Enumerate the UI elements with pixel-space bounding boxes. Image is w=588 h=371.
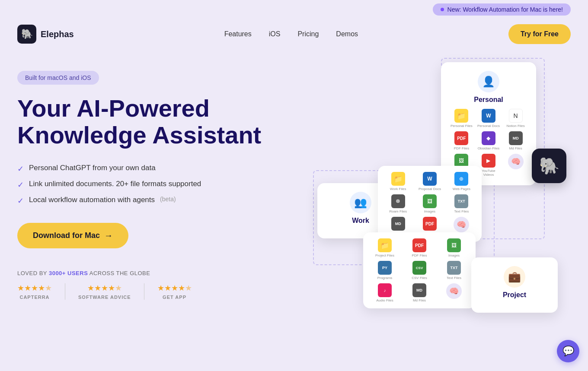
logo-icon: 🐘 [17,25,36,44]
nav-features[interactable]: Features [224,30,252,38]
file-label: Notion Files [507,124,525,128]
logo-text: Elephas [41,29,74,39]
file-label: Text Files [447,276,461,280]
file-label: Audio Files [376,298,393,302]
file-label: Work Files [390,187,406,191]
file-label: Personal Docs [477,124,500,128]
feature-text-3: Local workflow automation with agents [29,196,155,204]
file-item: 🧠 [504,154,527,177]
file-item: ⊕ Web Pages [447,172,476,191]
file-label: Web Pages [453,187,470,191]
project-icon: 💼 [504,266,525,288]
nav-pricing[interactable]: Pricing [297,30,319,38]
project-label: Project [503,291,526,299]
md-icon: MD [509,131,523,145]
md-icon: MD [412,283,426,297]
project-file-grid: 📁 Project Files PDF PDF Files 🖼 Images P… [369,238,470,302]
capterra-label: CAPTERRA [19,295,49,300]
hero-section: Built for macOS and iOS Your AI-Powered … [0,49,588,343]
users-count: 3000+ USERS [49,270,88,276]
hero-title: Your AI-Powered Knowledge Assistant [17,95,322,148]
work-file-grid: 📁 Work Files W Proposal Docs ⊕ Web Pages… [384,172,476,236]
obsidian-icon: ◆ [482,131,495,145]
personal-label: Personal [474,96,503,104]
feature-item-1: ✓ Personal ChatGPT from your own data [17,164,322,174]
file-label: Project Files [375,254,394,257]
hero-title-line2: Knowledge Assistant [17,121,261,149]
rating-software-advice: ★★★★★ SOFTWARE ADVICE [65,283,144,300]
folder-icon: 📁 [454,109,468,123]
work-icon: 👥 [350,192,371,213]
beta-tag: (beta) [160,196,176,203]
announcement-pill[interactable]: New: Workflow Automation for Mac is here… [433,3,571,16]
file-item: PY Programs [369,261,400,280]
chat-widget[interactable]: 💬 [557,340,579,362]
file-label: Text Files [454,209,469,213]
brain-icon: 🧠 [446,283,462,299]
file-item: MD Md Files [404,283,435,302]
feature-item-3: ✓ Local workflow automation with agents … [17,196,322,206]
app-icon: 🐘 [532,149,566,183]
csv-icon: CSV [412,261,426,275]
file-item: W Personal Docs [477,109,501,128]
file-label: Roam Files [389,209,406,213]
pdf-icon: PDF [412,238,426,252]
brain-icon: 🧠 [508,154,524,169]
file-item: ♪ Audio Files [369,283,400,302]
file-item: 📁 Project Files [369,238,400,257]
work-label: Work [352,217,369,225]
file-item: 📁 Personal Files [450,109,473,128]
hero-illustration: 👤 Personal 📁 Personal Files W Personal D… [322,62,571,321]
yt-icon: ▶ [482,154,495,168]
pdf-icon: PDF [454,131,468,145]
feature-text-1: Personal ChatGPT from your own data [29,164,156,172]
download-mac-label: Download for Mac [33,231,100,240]
file-item: PDF PDF Files [404,238,435,257]
notion-icon: N [509,109,523,123]
file-label: CSV Files [412,276,427,280]
file-item: TXT Text Files [447,194,476,213]
feature-list: ✓ Personal ChatGPT from your own data ✓ … [17,164,322,206]
loved-prefix: LOVED BY [17,270,47,276]
file-label: PDF Files [412,254,427,257]
md-icon: MD [391,217,405,231]
chat-icon: 💬 [562,346,574,357]
file-item: ☸ Roam Files [384,194,412,213]
project-card: 💼 Project [471,257,558,313]
feature-item-2: ✓ Link unlimited documents. 20+ file for… [17,180,322,190]
project-files-panel: 📁 Project Files PDF PDF Files 🖼 Images P… [363,232,476,308]
brain-icon: 🧠 [454,217,469,232]
nav-links: Features iOS Pricing Demos [224,30,358,38]
file-label: Personal Files [451,124,473,128]
file-item: ◆ Obsidian Files [477,131,501,150]
check-icon-1: ✓ [17,164,24,174]
nav-demos[interactable]: Demos [336,30,358,38]
announcement-text: New: Workflow Automation for Mac is here… [447,6,563,13]
file-item: 🧠 [438,283,470,302]
audio-icon: ♪ [378,283,392,297]
roam-icon: ☸ [391,194,405,208]
file-item: W Proposal Docs [415,172,444,191]
stars-software-advice: ★★★★★ [87,283,122,293]
loved-by-text: LOVED BY 3000+ USERS ACROSS THE GLOBE [17,270,322,276]
file-label: Md Files [413,298,426,302]
file-item: 🖼 Images [438,238,470,257]
download-mac-button[interactable]: Download for Mac → [17,223,128,248]
rating-capterra: ★★★★★ CAPTERRA [17,283,65,300]
stars-capterra: ★★★★★ [17,283,52,293]
folder-icon: 📁 [378,238,392,252]
txt-icon: TXT [447,261,461,275]
file-item: 🖼 Images [415,194,444,213]
file-label: PDF Files [454,146,469,150]
folder-icon: 📁 [391,172,405,186]
personal-icon: 👤 [478,71,499,92]
word-icon: W [423,172,437,186]
safari-icon: ⊕ [454,172,468,186]
get-app-label: GET APP [163,295,186,300]
try-free-button[interactable]: Try for Free [508,24,571,44]
announcement-dot [441,8,444,11]
ratings-row: ★★★★★ CAPTERRA ★★★★★ SOFTWARE ADVICE ★★★… [17,283,322,300]
pdf-icon: PDF [423,217,437,231]
nav-ios[interactable]: iOS [269,30,281,38]
logo-link[interactable]: 🐘 Elephas [17,25,74,44]
